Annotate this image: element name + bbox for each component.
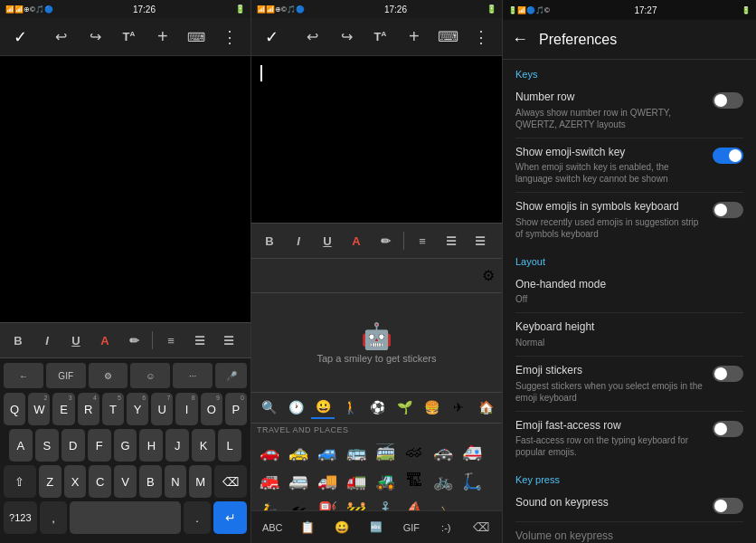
list2-button-2[interactable]: ☰ <box>468 228 493 253</box>
underline-button-1[interactable]: U <box>63 328 89 353</box>
toggle-emoji-symbols[interactable] <box>713 202 743 218</box>
emoji-cat-nature[interactable]: 🌱 <box>392 395 416 419</box>
align-button-1[interactable]: ≡ <box>158 328 184 353</box>
italic-button-1[interactable]: I <box>34 328 60 353</box>
list-button-2[interactable]: ☰ <box>439 228 464 253</box>
key-i[interactable]: I8 <box>175 393 197 425</box>
emoji-item[interactable]: 🏗 <box>400 467 429 496</box>
keyboard-button-2[interactable]: ⌨ <box>434 24 460 51</box>
key-t[interactable]: T5 <box>102 393 124 425</box>
key-c[interactable]: C <box>89 465 111 498</box>
emoji-item[interactable]: 🚓 <box>429 438 458 467</box>
emoji-item[interactable]: 🚐 <box>284 467 313 496</box>
key-period[interactable]: . <box>184 501 212 534</box>
key-x[interactable]: X <box>64 465 87 498</box>
key-g[interactable]: G <box>114 429 137 462</box>
key-shift[interactable]: ⇧ <box>4 465 36 498</box>
list2-button-1[interactable]: ☰ <box>216 328 241 353</box>
emoji-item[interactable]: 🛶 <box>429 496 458 511</box>
key-u[interactable]: U7 <box>151 393 173 425</box>
key-o[interactable]: O9 <box>201 393 222 425</box>
emoji-settings-button[interactable]: ⚙ <box>482 267 495 284</box>
more-button-2[interactable]: ⋮ <box>468 24 495 51</box>
bold-button-1[interactable]: B <box>5 328 31 353</box>
pref-item-volume[interactable]: Volume on keypress System default <box>503 522 756 543</box>
key-symbols[interactable]: ?123 <box>4 501 37 534</box>
more-button-1[interactable]: ⋮ <box>217 24 243 51</box>
list-button-1[interactable]: ☰ <box>187 328 213 353</box>
add-button-2[interactable]: + <box>401 24 427 51</box>
key-m[interactable]: M <box>189 465 212 498</box>
toggle-emoji-fast[interactable] <box>713 421 743 437</box>
key-j[interactable]: J <box>165 429 189 462</box>
text-format-button-2[interactable]: TA <box>367 24 393 51</box>
toggle-sound[interactable] <box>713 498 743 514</box>
editor-area-1[interactable] <box>0 56 250 322</box>
editor-area-2[interactable] <box>251 56 502 223</box>
emoji-clipboard-btn[interactable]: 📋 <box>293 513 322 542</box>
key-w[interactable]: W2 <box>28 393 50 425</box>
toggle-number-row[interactable] <box>713 92 743 109</box>
emoji-item[interactable]: 🛵 <box>255 496 284 511</box>
text-format-button-1[interactable]: TA <box>116 24 142 51</box>
key-s[interactable]: S <box>35 429 59 462</box>
emoji-item[interactable]: ⛵ <box>400 496 429 511</box>
emoji-item[interactable]: 🚜 <box>371 467 400 496</box>
key-h[interactable]: H <box>139 429 163 462</box>
emoji-fn-btn[interactable]: ☺ <box>130 363 170 388</box>
emoji-item[interactable]: ⚓ <box>371 496 400 511</box>
key-space[interactable] <box>70 501 180 534</box>
key-e[interactable]: E3 <box>52 393 74 425</box>
emoji-cat-symbols[interactable]: ❤ <box>501 395 502 419</box>
pref-back-button[interactable]: ← <box>512 30 528 49</box>
add-button-1[interactable]: + <box>149 24 175 51</box>
key-k[interactable]: K <box>192 429 215 462</box>
back-fn-btn[interactable]: ← <box>4 363 43 388</box>
key-z[interactable]: Z <box>39 465 61 498</box>
emoji-gif-btn[interactable]: GIF <box>397 513 426 542</box>
emoji-emoticon-btn[interactable]: :-) <box>431 513 460 542</box>
key-b[interactable]: B <box>139 465 162 498</box>
emoji-cat-face[interactable]: 😀 <box>311 395 335 419</box>
key-l[interactable]: L <box>218 429 241 462</box>
key-comma[interactable]: , <box>40 501 68 534</box>
bold-button-2[interactable]: B <box>257 228 282 253</box>
emoji-item[interactable]: ⛽ <box>313 496 342 511</box>
emoji-item[interactable]: 🏎 <box>400 438 429 467</box>
emoji-smile-btn[interactable]: 😀 <box>327 513 356 542</box>
emoji-item[interactable]: 🚲 <box>429 467 458 496</box>
key-v[interactable]: V <box>114 465 137 498</box>
toggle-emoji-switch[interactable] <box>713 148 743 164</box>
text-color-button-2[interactable]: A <box>344 228 369 253</box>
keyboard-button-1[interactable]: ⌨ <box>183 24 209 51</box>
emoji-item[interactable]: 🚧 <box>342 496 371 511</box>
italic-button-2[interactable]: I <box>286 228 311 253</box>
emoji-item[interactable]: 🚑 <box>458 438 487 467</box>
gif-btn[interactable]: GIF <box>46 363 86 388</box>
align-button-2[interactable]: ≡ <box>410 228 435 253</box>
emoji-cat-people[interactable]: 🚶 <box>338 395 362 419</box>
emoji-item[interactable]: 🛴 <box>458 467 487 496</box>
emoji-item[interactable]: 🚙 <box>313 438 342 467</box>
key-d[interactable]: D <box>61 429 85 462</box>
highlight-button-1[interactable]: ✏ <box>121 328 146 353</box>
pref-item-kb-height[interactable]: Keyboard height Normal <box>503 313 756 356</box>
emoji-abc-btn[interactable]: ABC <box>258 513 287 542</box>
emoji-item[interactable]: 🚗 <box>255 438 284 467</box>
key-q[interactable]: Q <box>4 393 25 425</box>
undo-button-2[interactable]: ↩ <box>299 24 326 51</box>
emoji-item[interactable]: 🚤 <box>458 496 487 511</box>
emoji-cat-sports[interactable]: ⚽ <box>365 395 389 419</box>
redo-button-1[interactable]: ↪ <box>82 24 109 51</box>
emoji-item[interactable]: 🚛 <box>342 467 371 496</box>
key-f[interactable]: F <box>88 429 111 462</box>
emoji-item[interactable]: 🚕 <box>284 438 313 467</box>
key-backspace[interactable]: ⌫ <box>214 465 247 498</box>
emoji-item[interactable]: 🏍 <box>284 496 313 511</box>
emoji-cat-food[interactable]: 🍔 <box>420 395 443 419</box>
emoji-item[interactable]: 🚒 <box>255 467 284 496</box>
emoji-cat-objects[interactable]: 🏠 <box>474 395 497 419</box>
key-p[interactable]: P0 <box>225 393 247 425</box>
emoji-backspace-btn[interactable]: ⌫ <box>467 513 496 542</box>
key-n[interactable]: N <box>165 465 187 498</box>
